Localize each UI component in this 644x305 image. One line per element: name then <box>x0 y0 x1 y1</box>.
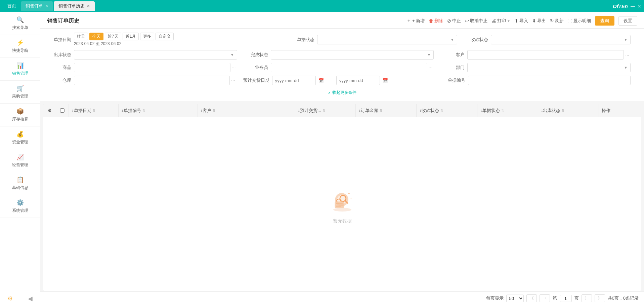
last-page-btn[interactable]: 》 <box>595 294 605 302</box>
import-icon: ⬆ <box>514 18 518 24</box>
refresh-button[interactable]: ↻ 刷新 <box>550 18 564 24</box>
prev-page-btn[interactable]: 〈 <box>540 294 550 302</box>
stop-button[interactable]: ⊘ 中止 <box>447 18 461 24</box>
refresh-icon: ↻ <box>550 18 554 24</box>
basic-info-icon: 📋 <box>16 176 24 184</box>
department-select[interactable]: ▼ <box>467 63 631 72</box>
tab-home[interactable]: 首页 <box>3 1 21 11</box>
filter-row-1: 单据日期 昨天 今天 近7天 近1月 更多 自定义 2023-06-02 至 2… <box>47 33 637 47</box>
stock-out-control: ▼ <box>74 50 237 60</box>
tab-sales-order-history[interactable]: 销售订单历史 ✕ <box>54 1 95 11</box>
date-btn-7days[interactable]: 近7天 <box>105 33 121 40</box>
import-button[interactable]: ⬆ 导入 <box>514 18 528 24</box>
date-btn-more[interactable]: 更多 <box>140 33 154 40</box>
th-delivery[interactable]: ↕ 预计交货... ⇅ <box>295 104 356 117</box>
sidebar-item-quick-nav[interactable]: ⚡ 快捷导航 <box>0 35 40 58</box>
minimize-btn[interactable]: — <box>631 4 635 9</box>
th-date[interactable]: ↕ 单据日期 ⇅ <box>69 104 119 117</box>
empty-state: ✦ ✦ ✦ 暂无数据 <box>43 117 641 291</box>
warehouse-input[interactable] <box>74 76 230 85</box>
page-size-select[interactable]: 50 10 20 100 <box>506 295 524 302</box>
order-no-input[interactable] <box>468 76 631 85</box>
show-detail-checkbox[interactable] <box>568 19 572 23</box>
sidebar-settings-icon[interactable]: ⚙ <box>7 295 13 302</box>
th-order-status[interactable]: ↕ 单据状态 ⇅ <box>477 104 538 117</box>
filter-row-2: 出库状态 ▼ 完成状态 ▼ 客户 ··· <box>47 50 637 60</box>
order-status-select[interactable]: ▼ <box>317 35 457 44</box>
sidebar-item-purchase-mgmt[interactable]: 🛒 采购管理 <box>0 81 40 104</box>
date-label: 单据日期 <box>47 37 74 43</box>
goods-ellipsis-btn[interactable]: ··· <box>230 65 237 70</box>
new-icon: ＋ <box>406 18 411 24</box>
sidebar-item-operations[interactable]: 📈 经营管理 <box>0 149 40 172</box>
customer-ellipsis-btn[interactable]: ··· <box>624 52 631 58</box>
delete-button[interactable]: 🗑 删除 <box>429 18 443 24</box>
toolbar: ＋ + 新增 🗑 删除 ⊘ 中止 ↩ 取消中止 🖨 打印 <box>406 16 637 26</box>
sidebar-item-sales-mgmt[interactable]: 📊 销售管理 <box>0 58 40 81</box>
stock-out-select[interactable]: ▼ <box>74 50 237 60</box>
print-button[interactable]: 🖨 打印 ▼ <box>491 18 510 24</box>
payment-status-select[interactable]: ▼ <box>491 35 631 44</box>
salesperson-input[interactable] <box>271 63 427 72</box>
order-no-control <box>468 76 631 85</box>
sort-pay-status-icon: ⇅ <box>440 109 443 112</box>
close-tab-sales-order-history[interactable]: ✕ <box>87 4 90 8</box>
collapse-btn[interactable]: ∧ 收起更多条件 <box>47 88 637 97</box>
table-area: ⚙ ↕ 单据日期 ⇅ ↕ 单据编号 ⇅ ↕ 客户 ⇅ <box>43 104 641 291</box>
date-btn-1month[interactable]: 近1月 <box>123 33 139 40</box>
export-button[interactable]: ⬇ 导出 <box>532 18 546 24</box>
expected-date-start[interactable] <box>272 76 316 85</box>
th-pay-status[interactable]: ↕ 收款状态 ⇅ <box>417 104 477 117</box>
sidebar: 🔍 搜索菜单 ⚡ 快捷导航 📊 销售管理 🛒 采购管理 📦 库存核算 💰 资金管… <box>0 12 40 305</box>
th-order-no[interactable]: ↕ 单据编号 ⇅ <box>119 104 198 117</box>
setting-button[interactable]: 设置 <box>618 16 637 26</box>
customer-input[interactable] <box>467 50 624 60</box>
sidebar-collapse-icon[interactable]: ◀ <box>28 295 33 302</box>
show-detail-checkbox-label[interactable]: 显示明细 <box>568 18 591 24</box>
goods-input[interactable] <box>74 63 230 72</box>
first-page-btn[interactable]: 《 <box>526 294 537 302</box>
sort-amount-icon: ⇅ <box>380 109 382 112</box>
tab-sales-order[interactable]: 销售订单 ✕ <box>21 1 53 11</box>
th-settings[interactable]: ⚙ <box>43 104 56 117</box>
settings-icon[interactable]: ⚙ <box>48 108 52 113</box>
content-area: 销售订单历史 ＋ + 新增 🗑 删除 ⊘ 中止 ↩ 取消中止 <box>40 12 644 305</box>
salesperson-label: 业务员 <box>244 65 271 71</box>
svg-text:✦: ✦ <box>350 197 352 200</box>
th-stock-status[interactable]: ↕ 出库状态 ⇅ <box>538 104 599 117</box>
new-button[interactable]: ＋ + 新增 <box>406 18 425 24</box>
sidebar-item-search-menu[interactable]: 🔍 搜索菜单 <box>0 12 40 35</box>
query-button[interactable]: 查询 <box>595 16 614 26</box>
close-tab-sales-order[interactable]: ✕ <box>45 4 48 8</box>
sidebar-item-inventory[interactable]: 📦 库存核算 <box>0 104 40 126</box>
system-icon: ⚙️ <box>16 199 24 206</box>
sidebar-bottom: ⚙ ◀ <box>0 292 40 305</box>
date-btn-yesterday[interactable]: 昨天 <box>74 33 88 40</box>
th-checkbox[interactable] <box>56 104 69 117</box>
main-layout: 🔍 搜索菜单 ⚡ 快捷导航 📊 销售管理 🛒 采购管理 📦 库存核算 💰 资金管… <box>0 12 644 305</box>
date-btn-custom[interactable]: 自定义 <box>156 33 174 40</box>
sidebar-item-basic-info[interactable]: 📋 基础信息 <box>0 172 40 195</box>
table-footer: 每页显示 50 10 20 100 《 〈 第 页 〉 》 共0页，0条记录 <box>40 291 644 305</box>
warehouse-ellipsis-btn[interactable]: ··· <box>230 78 237 83</box>
sidebar-item-finance[interactable]: 💰 资金管理 <box>0 126 40 149</box>
select-all-checkbox[interactable] <box>60 108 65 113</box>
expected-date-end[interactable] <box>336 76 380 85</box>
date-btn-today[interactable]: 今天 <box>89 33 103 40</box>
department-control: ▼ <box>467 63 631 72</box>
sidebar-item-system[interactable]: ⚙️ 系统管理 <box>0 195 40 218</box>
warehouse-label: 仓库 <box>47 77 74 83</box>
complete-select[interactable]: ▼ <box>271 50 434 60</box>
next-page-btn[interactable]: 〉 <box>582 294 592 302</box>
cancel-stop-button[interactable]: ↩ 取消中止 <box>465 18 487 24</box>
sort-stock-status-icon: ⇅ <box>562 109 564 112</box>
close-window-btn[interactable]: ✕ <box>638 4 641 9</box>
cal-start-icon[interactable]: 📅 <box>317 78 325 83</box>
stock-out-label: 出库状态 <box>47 52 74 58</box>
salesperson-ellipsis-btn[interactable]: ··· <box>427 65 434 70</box>
th-customer[interactable]: ↕ 客户 ⇅ <box>198 104 295 117</box>
cal-end-icon[interactable]: 📅 <box>381 78 389 83</box>
page-input[interactable] <box>560 295 572 302</box>
th-amount[interactable]: ↕ 订单金额 ⇅ <box>356 104 417 117</box>
payment-status-label: 收款状态 <box>464 37 491 43</box>
